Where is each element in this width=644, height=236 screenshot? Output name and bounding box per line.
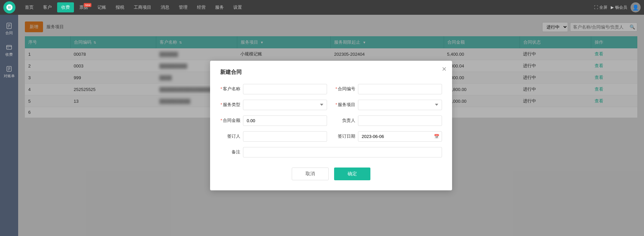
billing-icon [5,44,13,51]
form-row-signatory: 签订人 [220,131,327,142]
nav-manage[interactable]: 管理 [175,2,192,12]
contract-no-label: *合同编号 [335,86,355,92]
service-item-select[interactable] [358,100,442,110]
form-row-amount: *合同金额 [220,115,327,126]
nav-service[interactable]: 服务 [211,2,228,12]
sidebar-label-contract: 合同 [5,31,13,36]
form-row-remarks: 备注 [220,147,442,157]
nav-bookkeeping[interactable]: 记账 [93,2,110,12]
vip-button[interactable]: ▶ 畅会员 [611,5,627,10]
signatory-label: 签订人 [220,133,240,139]
sidebar-label-statement: 对账单 [4,74,15,79]
contract-amount-label: *合同金额 [220,117,240,124]
avatar[interactable]: 👤 [631,2,641,12]
sidebar-item-contract[interactable]: 合同 [0,18,18,40]
vip-icon: ▶ [611,5,614,10]
modal-actions: 取消 确定 [220,168,442,180]
nav-items: 首页 客户 收费 票据 new 记账 报税 工商项目 消息 管理 经营 服务 设… [21,2,594,12]
customer-name-label: *客户名称 [220,86,240,92]
fullscreen-icon: ⛶ [594,5,598,10]
nav-operation[interactable]: 经营 [193,2,210,12]
nav-business[interactable]: 工商项目 [130,2,155,12]
contract-amount-input[interactable] [243,115,327,126]
sidebar: 合同 收费 对账单 [0,15,18,236]
form-row-service-type: *服务类型 [220,100,327,110]
customer-name-input[interactable] [243,84,327,94]
sign-date-input[interactable] [358,131,442,142]
nav-invoice[interactable]: 票据 new [75,2,92,12]
modal-title: 新建合同 [220,69,442,76]
responsible-input[interactable] [358,115,442,126]
date-input-wrap: 📅 [358,131,442,142]
remarks-input[interactable] [243,147,442,157]
main-content: 新增 服务项目 进行中 已完成 已终止 🔍 序号 [18,15,644,236]
sidebar-label-billing: 收费 [5,52,13,57]
nav-customer[interactable]: 客户 [39,2,56,12]
sign-date-label: 签订日期 [335,133,355,139]
form-row-service-item: *服务项目 [335,100,442,110]
statement-icon [5,65,13,73]
modal-close-button[interactable]: ✕ [442,65,447,73]
contract-no-input[interactable] [358,84,442,94]
service-type-select[interactable] [243,100,327,110]
app-logo[interactable] [3,1,15,13]
new-contract-modal: ✕ 新建合同 *客户名称 *合同编号 [210,61,452,190]
nav-settings[interactable]: 设置 [229,2,246,12]
nav-right: ⛶ 全屏 ▶ 畅会员 👤 [594,2,641,12]
svg-rect-4 [7,45,12,49]
nav-billing[interactable]: 收费 [57,2,74,12]
form-row-contract-no: *合同编号 [335,84,442,94]
form-row-sign-date: 签订日期 📅 [335,131,442,142]
service-type-label: *服务类型 [220,102,240,108]
remarks-label: 备注 [220,149,240,155]
form-row-responsible: 负责人 [335,115,442,126]
service-item-label: *服务项目 [335,102,355,108]
signatory-input[interactable] [243,131,327,142]
modal-overlay: ✕ 新建合同 *客户名称 *合同编号 [18,15,644,236]
sidebar-item-statement[interactable]: 对账单 [0,61,18,83]
new-badge: new [84,3,91,7]
form-grid: *客户名称 *合同编号 *服务类型 [220,84,442,157]
sidebar-item-billing[interactable]: 收费 [0,40,18,61]
nav-tax[interactable]: 报税 [112,2,128,12]
responsible-label: 负责人 [335,117,355,124]
contract-icon [5,22,13,30]
nav-home[interactable]: 首页 [21,2,38,12]
main-layout: 合同 收费 对账单 [0,15,644,236]
cancel-button[interactable]: 取消 [292,168,329,180]
form-row-customer: *客户名称 [220,84,327,94]
nav-message[interactable]: 消息 [157,2,173,12]
fullscreen-button[interactable]: ⛶ 全屏 [594,5,607,10]
avatar-icon: 👤 [632,4,639,11]
confirm-button[interactable]: 确定 [334,168,370,180]
top-navigation: 首页 客户 收费 票据 new 记账 报税 工商项目 消息 管理 经营 服务 设… [0,0,644,15]
